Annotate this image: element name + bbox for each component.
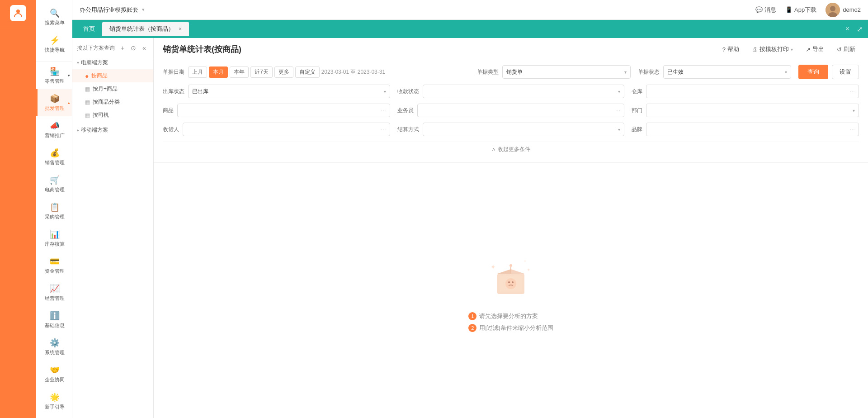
brand-select[interactable]: ··· [646,123,859,136]
filter-doctype-field: 单据类型 销货单 ▾ [477,65,631,79]
sidebar-item-wholesale[interactable]: 📦 批发管理 ▴ [36,89,72,116]
page-actions: ? 帮助 🖨 按模板打印 ▾ ↗ 导出 ↺ [719,43,859,55]
sidebar-item-ecommerce[interactable]: 🛒 电商管理 [36,171,72,198]
collapse-filters-button[interactable]: ∧ 收起更多条件 [163,142,859,157]
tab-maximize-icon[interactable]: ⤢ [855,23,864,35]
recipient-select[interactable]: ··· [183,123,390,136]
date-last7days-button[interactable]: 近7天 [250,66,273,78]
scheme-item-month-product[interactable]: ▦ 按月+商品 [72,82,153,95]
brand-label: 品牌 [632,126,642,133]
tip-number-2: 2 [468,324,476,332]
doctype-chevron-icon: ▾ [624,70,627,75]
dept-chevron-icon: ▾ [853,108,855,113]
warehouse-dots-icon[interactable]: ··· [849,88,855,95]
settings-button[interactable]: 设置 [832,65,859,79]
export-label: 导出 [812,45,824,53]
finance-icon: 💳 [50,256,60,266]
filter-salesman-field: 业务员 ··· [397,104,625,117]
filter-brand-field: 品牌 ··· [632,123,859,136]
salesman-dots-icon[interactable]: ··· [615,107,621,114]
sidebar-nav: 🔍 搜索菜单 ⚡ 快捷导航 🏪 零售管理 ▾ 📦 批发管理 ▴ 📣 营销推广 💰… [36,0,72,418]
svg-text:✦: ✦ [527,267,530,272]
warehouse-select[interactable]: ··· [646,85,859,98]
dept-select[interactable]: ▾ [646,104,859,117]
export-button[interactable]: ↗ 导出 [802,43,828,55]
date-this-month-button[interactable]: 本月 [209,66,228,78]
sidebar-item-inventory[interactable]: 📊 库存核算 [36,225,72,252]
message-icon: 💬 [755,6,763,13]
dept-label: 部门 [632,107,642,114]
refresh-button[interactable]: ↺ 刷新 [833,43,859,55]
empty-tips: 1 请先选择要分析的方案 2 用[过滤]条件来缩小分析范围 [468,312,553,332]
date-more-button[interactable]: 更多 [274,66,293,78]
query-button[interactable]: 查询 [798,65,828,79]
sidebar-item-search[interactable]: 🔍 搜索菜单 [36,4,72,31]
scheme-panel-title: 按以下方案查询 [77,44,115,52]
sidebar-item-quick-nav[interactable]: ⚡ 快捷导航 [36,31,72,58]
date-last-month-button[interactable]: 上月 [188,66,207,78]
goods-dots-icon[interactable]: ··· [381,107,386,114]
empty-illustration: ✦ ✦ ✦ [484,249,538,303]
sidebar-item-sales[interactable]: 💰 销售管理 [36,143,72,171]
top-bar-dropdown-icon[interactable]: ▾ [142,7,145,13]
scheme-item-driver-label: 按司机 [93,111,109,119]
payment-method-select[interactable]: ▾ [423,123,625,136]
app-download-icon: 📱 [785,6,793,13]
sidebar-cooperation-label: 企业协同 [45,376,65,383]
scheme-item-driver[interactable]: ▦ 按司机 [72,109,153,122]
scheme-group-desktop-header[interactable]: ▾ 电脑端方案 [72,56,153,69]
goods-select[interactable]: ··· [177,104,390,117]
sidebar-item-finance[interactable]: 💳 资金管理 [36,252,72,279]
brand-dots-icon[interactable]: ··· [849,126,855,133]
scheme-grid-icon-2: ▦ [85,99,90,105]
retail-icon: 🏪 [50,66,60,76]
sidebar-item-marketing[interactable]: 📣 营销推广 [36,116,72,143]
empty-tip-2: 2 用[过滤]条件来缩小分析范围 [468,324,553,332]
date-this-year-button[interactable]: 本年 [230,66,249,78]
home-label: 首页 [83,25,95,32]
filter-area: 单据日期 上月 本月 本年 近7天 更多 自定义 2023-03-01 至 20… [154,59,868,163]
brand-bar [0,0,36,418]
scheme-add-button[interactable]: + [118,43,127,52]
app-download-button[interactable]: 📱 App下载 [785,6,816,14]
page-title: 销货单统计表(按商品) [163,44,241,55]
tab-close-button[interactable]: × [179,26,182,32]
tab-active[interactable]: 销货单统计表（按商品） × [102,22,189,36]
sidebar-item-guide[interactable]: 🌟 新手引导 [36,388,72,415]
collapse-up-icon: ∧ [491,146,496,152]
svg-point-7 [508,281,510,283]
delivery-select[interactable]: 已出库 ▾ [188,85,390,98]
sidebar-sales-label: 销售管理 [45,159,65,166]
sidebar-item-cooperation[interactable]: 🤝 企业协同 [36,361,72,388]
scheme-item-category[interactable]: ▦ 按商品分类 [72,95,153,109]
filter-delivery-field: 出库状态 已出库 ▾ [163,85,390,98]
sidebar-item-retail[interactable]: 🏪 零售管理 ▾ [36,62,72,89]
sidebar-item-system[interactable]: ⚙️ 系统管理 [36,333,72,361]
sidebar-item-purchase[interactable]: 📋 采购管理 [36,198,72,225]
scheme-group-mobile-header[interactable]: ▸ 移动端方案 [72,124,153,137]
system-icon: ⚙️ [50,338,60,348]
help-button[interactable]: ? 帮助 [719,43,743,55]
scheme-collapse-button[interactable]: « [140,43,149,52]
date-custom-button[interactable]: 自定义 [295,66,320,78]
sidebar-item-appcenter[interactable]: 📱 应用中心 [36,415,72,418]
help-icon: ? [722,46,726,53]
scheme-item-by-product[interactable]: ● 按商品 [72,69,153,82]
docstatus-select[interactable]: 已生效 ▾ [663,65,792,79]
sidebar-retail-label: 零售管理 [45,78,65,85]
print-button[interactable]: 🖨 按模板打印 ▾ [748,43,797,55]
user-profile[interactable]: demo2 [826,3,861,17]
tab-home[interactable]: 首页 [76,25,102,33]
sidebar-item-basicinfo[interactable]: ℹ️ 基础信息 [36,306,72,333]
tab-close-icon[interactable]: × [844,23,851,35]
delivery-value: 已出库 [192,88,208,95]
recipient-dots-icon[interactable]: ··· [381,126,386,133]
collapse-label: 收起更多条件 [498,146,530,152]
sidebar-item-operations[interactable]: 📈 经营管理 [36,279,72,306]
message-button[interactable]: 💬 消息 [755,6,776,14]
salesman-select[interactable]: ··· [417,104,625,117]
doctype-select[interactable]: 销货单 ▾ [502,65,631,79]
payment-select[interactable]: ▾ [423,85,625,98]
active-tab-label: 销货单统计表（按商品） [109,25,174,33]
scheme-edit-button[interactable]: ⊙ [129,43,138,52]
